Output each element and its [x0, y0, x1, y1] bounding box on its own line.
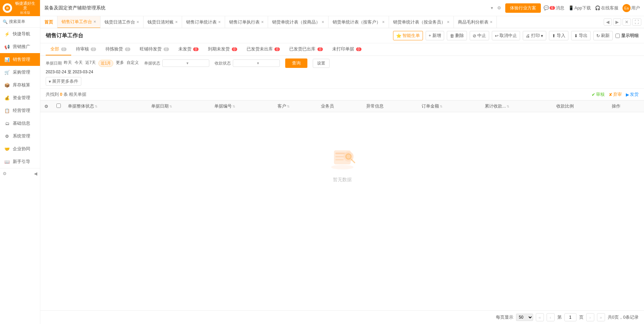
sub-tab-expired[interactable]: 到期未发货 0	[203, 43, 242, 55]
tab-sales-order-close[interactable]: ✕	[93, 20, 96, 24]
expand-btn[interactable]: ▾ 展开更多条件	[46, 77, 81, 86]
sidebar-item-quick-nav[interactable]: ⚡ 快捷导航	[0, 28, 40, 40]
page-prev-first-btn[interactable]: «	[536, 313, 544, 321]
th-status[interactable]: 单据整体状态 ⇅	[65, 100, 148, 112]
date-1month[interactable]: 近1月	[98, 60, 114, 67]
payment-chevron-icon: ▾	[257, 61, 277, 66]
tab-cash-reconcile-close[interactable]: ✕	[175, 20, 178, 24]
page-next-last-btn[interactable]: »	[597, 313, 605, 321]
tab-sales-by-product[interactable]: 销货单统计表（按商品） ✕	[268, 16, 329, 28]
collapse-icon[interactable]: ◀	[34, 171, 37, 176]
tab-sales-exec-close[interactable]: ✕	[261, 20, 264, 24]
tab-sales-order[interactable]: 销售订单工作台 ✕	[57, 16, 100, 28]
sidebar-item-finance[interactable]: 💰 资金管理	[0, 91, 40, 104]
date-7days[interactable]: 近7天	[85, 60, 96, 67]
tab-gross-profit[interactable]: 商品毛利分析表 ✕	[454, 16, 497, 28]
print-btn[interactable]: 🖨 打印 ▾	[523, 31, 546, 40]
app-download-btn[interactable]: 📱 App下载	[568, 5, 591, 11]
sidebar-item-purchase[interactable]: 🛒 采购管理	[0, 66, 40, 79]
sidebar-item-marketing[interactable]: 📢 营销推广	[0, 40, 40, 53]
sub-tab-pending-check[interactable]: 待拣验货 0	[101, 43, 135, 55]
th-ratio[interactable]: 收款比例	[553, 100, 608, 112]
sub-tab-not-shipped[interactable]: 未发货 0	[174, 43, 204, 55]
sidebar-item-sales[interactable]: 📊 销售管理	[0, 53, 40, 66]
sub-tab-wangpu[interactable]: 旺铺待发货 0	[135, 43, 174, 55]
sidebar-item-operations[interactable]: 📋 经营管理	[0, 104, 40, 117]
sidebar-item-tutorial[interactable]: 📖 新手引导	[0, 155, 40, 168]
th-settings[interactable]: ⚙	[40, 100, 52, 112]
payment-select[interactable]: ▾	[233, 59, 280, 67]
th-error[interactable]: 异常信息	[363, 100, 418, 112]
th-number[interactable]: 单据编号 ⇅	[211, 100, 274, 112]
date-yesterday[interactable]: 昨天	[64, 60, 72, 67]
refresh-btn[interactable]: ↻ 刷新	[593, 31, 613, 40]
sub-tab-shipped-out[interactable]: 已发货已出库 0	[285, 43, 328, 55]
th-operation[interactable]: 操作	[608, 100, 644, 112]
purchase-icon: 🛒	[4, 69, 10, 75]
sidebar-item-enterprise[interactable]: 🤝 企业协同	[0, 143, 40, 155]
online-service-btn[interactable]: 🎧 在线客服	[595, 5, 618, 11]
tab-home[interactable]: 首页	[40, 16, 57, 28]
date-today[interactable]: 今天	[75, 60, 83, 67]
tab-sales-by-customer-close[interactable]: ✕	[382, 20, 385, 24]
page-next-btn[interactable]: ›	[586, 313, 594, 321]
export-btn[interactable]: ⬇ 导出	[571, 31, 591, 40]
th-amount[interactable]: 订单金额 ⇅	[418, 100, 481, 112]
tab-next-btn[interactable]: ▶	[613, 18, 621, 26]
query-btn[interactable]: 查询	[285, 58, 307, 68]
tab-prev-btn[interactable]: ◀	[604, 18, 612, 26]
settings-icon[interactable]: ⚙	[3, 171, 7, 176]
set-btn[interactable]: 设置	[313, 59, 330, 68]
page-prev-btn[interactable]: ‹	[547, 313, 555, 321]
tab-fullscreen-btn[interactable]: ⛶	[632, 18, 641, 26]
send-action-btn[interactable]: ▶ 发货	[626, 91, 639, 97]
stop-btn[interactable]: ⊘ 中止	[470, 31, 489, 40]
tab-sales-by-product-close[interactable]: ✕	[321, 20, 324, 24]
th-customer[interactable]: 客户 ⇅	[274, 100, 317, 112]
delete-btn[interactable]: 🗑 删除	[447, 31, 467, 40]
tab-sales-by-staff[interactable]: 销货单统计表（按业务员） ✕	[389, 16, 454, 28]
message-btn[interactable]: 💬 6 消息	[544, 5, 564, 11]
tab-sales-by-customer[interactable]: 销货单统计表（按客户） ✕	[329, 16, 389, 28]
sidebar-search[interactable]: 🔍 搜索菜单	[0, 16, 40, 28]
column-settings-icon[interactable]: ⚙	[44, 104, 48, 109]
tab-cash-reconcile[interactable]: 钱货日清对账 ✕	[143, 16, 182, 28]
sidebar-item-inventory[interactable]: 📦 库存核算	[0, 79, 40, 91]
dropdown-arrow[interactable]: ▾	[491, 5, 493, 10]
show-detail-checkbox[interactable]	[615, 34, 620, 38]
tab-sales-exec[interactable]: 销售订单执行表 ✕	[225, 16, 268, 28]
th-collected[interactable]: 累计收款... ⇅	[481, 100, 553, 112]
select-all-checkbox[interactable]	[56, 104, 61, 108]
page-size-select[interactable]: 50 100 200	[516, 314, 533, 321]
th-date[interactable]: 单据日期 ⇅	[148, 100, 211, 112]
sub-tab-pending-review[interactable]: 待审核 0	[71, 43, 101, 55]
th-checkbox[interactable]	[52, 100, 65, 112]
page-input[interactable]	[564, 313, 576, 321]
industry-btn[interactable]: 体验行业方案	[505, 3, 541, 13]
cancel-review-action-btn[interactable]: ✘ 弃审	[609, 91, 622, 97]
review-action-btn[interactable]: ✔ 审核	[592, 91, 605, 97]
cancel-stop-btn[interactable]: ↩ 取消中止	[492, 31, 520, 40]
tab-cash-daily[interactable]: 钱货日清工作台 ✕	[100, 16, 143, 28]
tab-close-all-btn[interactable]: ✕	[622, 18, 631, 26]
add-btn[interactable]: + 新增	[426, 31, 444, 40]
user-btn[interactable]: Ea 用户	[622, 4, 640, 12]
tab-cash-daily-close[interactable]: ✕	[136, 20, 139, 24]
sub-tab-all[interactable]: 全部 0	[46, 43, 71, 55]
date-more[interactable]: 更多	[116, 60, 124, 67]
show-detail-toggle[interactable]: 显示明细	[615, 33, 639, 39]
status-select[interactable]: ▾	[162, 59, 209, 67]
tab-sales-stats-close[interactable]: ✕	[218, 20, 221, 24]
sub-tab-shipped-not-out[interactable]: 已发货未出库 0	[242, 43, 285, 55]
tab-sales-stats[interactable]: 销售订单统计表 ✕	[182, 16, 225, 28]
th-staff[interactable]: 业务员	[317, 100, 363, 112]
tab-sales-by-staff-close[interactable]: ✕	[447, 20, 449, 24]
sub-tab-not-printed[interactable]: 未打印单据 0	[328, 43, 366, 55]
date-custom[interactable]: 自定义	[127, 60, 139, 67]
import-btn[interactable]: ⬆ 导入	[549, 31, 568, 40]
sidebar-item-system[interactable]: ⚙ 系统管理	[0, 130, 40, 143]
tab-gross-profit-close[interactable]: ✕	[490, 20, 492, 24]
settings-btn[interactable]: ⚙	[496, 4, 503, 12]
smart-create-btn[interactable]: ⭐ 智能生单	[393, 31, 423, 40]
sidebar-item-basic-info[interactable]: 🗂 基础信息	[0, 117, 40, 130]
